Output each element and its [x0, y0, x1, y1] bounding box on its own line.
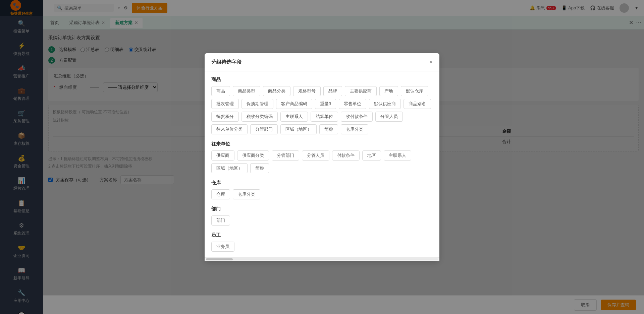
field-tag-0-9[interactable]: 保质期管理 [241, 99, 273, 109]
field-tag-0-21[interactable]: 往来单位分类 [211, 124, 248, 134]
field-tag-0-12[interactable]: 零售单位 [339, 99, 366, 109]
field-tag-0-2[interactable]: 商品分类 [263, 86, 290, 96]
modal: 分组待选字段 × 商品商品商品类型商品分类规格型号品牌主要供应商产地默认仓库批次… [205, 53, 439, 261]
field-tag-1-6[interactable]: 主联系人 [384, 150, 411, 161]
field-group-title-4: 员工 [211, 232, 433, 238]
field-tag-0-19[interactable]: 收付款条件 [341, 112, 373, 122]
field-tag-0-6[interactable]: 产地 [379, 86, 398, 96]
field-tag-0-3[interactable]: 规格型号 [293, 86, 321, 96]
field-tag-0-20[interactable]: 分管人员 [375, 112, 403, 122]
field-tag-1-2[interactable]: 分管部门 [272, 150, 299, 161]
field-tag-0-8[interactable]: 批次管理 [211, 99, 239, 109]
field-tag-0-23[interactable]: 区域（地区） [280, 124, 317, 134]
field-tag-0-14[interactable]: 商品别名 [404, 99, 431, 109]
field-tag-0-18[interactable]: 结算单位 [311, 112, 338, 122]
field-group-2: 仓库仓库仓库分类 [211, 180, 433, 199]
field-tag-0-16[interactable]: 税收分类编码 [241, 112, 278, 122]
modal-overlay: 分组待选字段 × 商品商品商品类型商品分类规格型号品牌主要供应商产地默认仓库批次… [0, 0, 644, 314]
field-tag-0-4[interactable]: 品牌 [323, 86, 342, 96]
modal-header: 分组待选字段 × [205, 53, 439, 71]
field-group-0: 商品商品商品类型商品分类规格型号品牌主要供应商产地默认仓库批次管理保质期管理客户… [211, 77, 433, 134]
field-tag-0-10[interactable]: 客户商品编码 [276, 99, 312, 109]
field-tag-0-15[interactable]: 拣货积分 [211, 112, 239, 122]
field-tag-0-25[interactable]: 仓库分类 [341, 124, 368, 134]
field-tag-0-1[interactable]: 商品类型 [233, 86, 260, 96]
modal-title: 分组待选字段 [211, 59, 241, 65]
field-tag-1-0[interactable]: 供应商 [211, 150, 234, 161]
field-tag-0-17[interactable]: 主联系人 [280, 112, 308, 122]
field-tag-1-5[interactable]: 地区 [362, 150, 381, 161]
field-tag-1-3[interactable]: 分管人员 [302, 150, 329, 161]
field-tag-3-0[interactable]: 部门 [211, 215, 230, 226]
modal-hscrollbar[interactable] [205, 257, 439, 261]
field-tag-0-22[interactable]: 分管部门 [250, 124, 278, 134]
field-group-1: 往来单位供应商供应商分类分管部门分管人员付款条件地区主联系人区域（地区）简称 [211, 141, 433, 173]
field-tag-1-4[interactable]: 付款条件 [332, 150, 360, 161]
field-tag-0-24[interactable]: 简称 [319, 124, 338, 134]
field-group-title-1: 往来单位 [211, 141, 433, 147]
field-tags-0: 商品商品类型商品分类规格型号品牌主要供应商产地默认仓库批次管理保质期管理客户商品… [211, 86, 433, 134]
field-group-title-0: 商品 [211, 77, 433, 83]
field-tag-1-1[interactable]: 供应商分类 [237, 150, 269, 161]
field-group-3: 部门部门 [211, 206, 433, 226]
field-tag-0-0[interactable]: 商品 [211, 86, 230, 96]
field-tag-2-0[interactable]: 仓库 [211, 189, 230, 199]
field-tags-3: 部门 [211, 215, 433, 226]
field-group-4: 员工业务员 [211, 232, 433, 252]
field-group-title-3: 部门 [211, 206, 433, 212]
field-tags-2: 仓库仓库分类 [211, 189, 433, 199]
field-tag-0-5[interactable]: 主要供应商 [345, 86, 377, 96]
field-tag-1-7[interactable]: 区域（地区） [211, 163, 248, 173]
hscroll-track [206, 258, 438, 260]
field-tag-0-11[interactable]: 重量3 [315, 99, 336, 109]
field-tags-1: 供应商供应商分类分管部门分管人员付款条件地区主联系人区域（地区）简称 [211, 150, 433, 173]
hscroll-thumb [206, 258, 233, 260]
field-tag-0-13[interactable]: 默认供应商 [369, 99, 401, 109]
modal-body[interactable]: 商品商品商品类型商品分类规格型号品牌主要供应商产地默认仓库批次管理保质期管理客户… [205, 71, 439, 258]
field-tag-1-8[interactable]: 简称 [250, 163, 269, 173]
field-tag-4-0[interactable]: 业务员 [211, 242, 234, 252]
field-tag-2-1[interactable]: 仓库分类 [233, 189, 260, 199]
modal-close-button[interactable]: × [429, 59, 433, 66]
field-tag-0-7[interactable]: 默认仓库 [401, 86, 428, 96]
field-group-title-2: 仓库 [211, 180, 433, 186]
field-tags-4: 业务员 [211, 242, 433, 252]
